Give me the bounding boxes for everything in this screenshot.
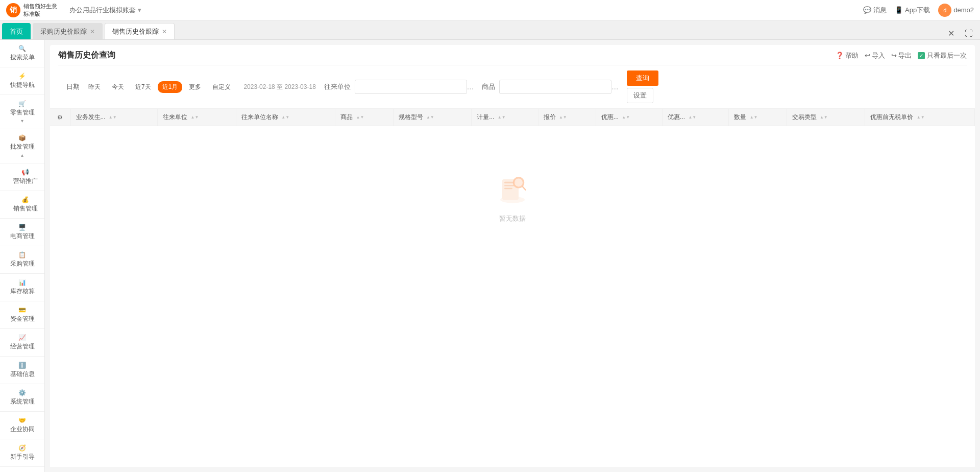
close-tab-btn[interactable]: ✕ — [945, 28, 958, 39]
partner-input[interactable] — [355, 80, 467, 94]
sidebar-item-guide[interactable]: 🧭 新手引导 — [0, 439, 44, 467]
partner-label: 往来单位 — [324, 82, 351, 91]
table-header-row: ⚙ 业务发生... ▲▼ 往来单位 ▲▼ 往来单位名称 ▲▼ — [50, 109, 975, 126]
sidebar-item-basic-info[interactable]: ℹ️ 基础信息 — [0, 357, 44, 384]
sort-icon-partner-name: ▲▼ — [281, 115, 289, 120]
th-spec[interactable]: 规格型号 ▲▼ — [393, 109, 472, 126]
page-header: 销售历史价查询 ❓ 帮助 ↩ 导入 ↪ 导出 ✓ — [50, 45, 975, 108]
maximize-btn[interactable]: ⛶ — [962, 28, 976, 39]
help-icon: ❓ — [836, 52, 844, 59]
th-unit[interactable]: 计量... ▲▼ — [472, 109, 538, 126]
sidebar-item-marketing[interactable]: 📢 营销推广 — [0, 163, 44, 191]
settings-button[interactable]: 设置 — [627, 88, 653, 103]
import-icon: ↩ — [865, 52, 870, 59]
logo-area: 销 销售额好生意 标准版 — [6, 3, 57, 17]
date-tab-1month[interactable]: 近1月 — [158, 81, 183, 93]
date-tab-more[interactable]: 更多 — [184, 81, 206, 93]
sidebar-item-search[interactable]: 🔍 搜索菜单 — [0, 40, 44, 67]
system-icon: ⚙️ — [18, 389, 26, 396]
message-btn[interactable]: 💬 消息 — [863, 6, 887, 15]
date-tab-7days[interactable]: 近7天 — [131, 81, 156, 93]
page-header-top: 销售历史价查询 ❓ 帮助 ↩ 导入 ↪ 导出 ✓ — [58, 50, 967, 65]
sort-icon-partner-code: ▲▼ — [191, 115, 199, 120]
content-area: 销售历史价查询 ❓ 帮助 ↩ 导入 ↪ 导出 ✓ — [45, 40, 980, 472]
data-table: ⚙ 业务发生... ▲▼ 往来单位 ▲▼ 往来单位名称 ▲▼ — [50, 109, 975, 126]
th-trade-type[interactable]: 交易类型 ▲▼ — [787, 109, 865, 126]
dropdown-icon[interactable]: ▾ — [138, 6, 141, 14]
app-download-btn[interactable]: 📱 App下载 — [895, 6, 930, 15]
sort-icon-trade-type: ▲▼ — [820, 115, 828, 120]
product-input[interactable] — [499, 80, 611, 94]
sales-mgmt-icon: 💰 — [21, 196, 29, 203]
logo-text: 销售额好生意 标准版 — [23, 3, 57, 17]
tab-close-purchase[interactable]: ✕ — [90, 28, 95, 35]
product-input-area: ... — [499, 80, 618, 94]
product-label: 商品 — [482, 82, 495, 91]
export-btn[interactable]: ↪ 导出 — [891, 51, 912, 60]
svg-rect-3 — [504, 185, 514, 186]
th-discount1[interactable]: 优惠... ▲▼ — [596, 109, 662, 126]
product-dots-icon[interactable]: ... — [611, 82, 618, 91]
date-range: 2023-02-18 至 2023-03-18 — [243, 83, 315, 91]
settings-gear-icon[interactable]: ⚙ — [57, 114, 63, 121]
date-tab-yesterday[interactable]: 昨天 — [84, 81, 105, 93]
sidebar-item-system[interactable]: ⚙️ 系统管理 — [0, 384, 44, 412]
inventory-icon: 📊 — [18, 279, 26, 286]
sidebar-item-operations[interactable]: 📈 经营管理 — [0, 329, 44, 357]
wholesale-arrow-icon: ▴ — [21, 152, 23, 158]
product-filter-group: 商品 ... — [482, 80, 618, 94]
th-partner-name[interactable]: 往来单位名称 ▲▼ — [236, 109, 335, 126]
logo-icon: 销 — [6, 3, 20, 17]
empty-text: 暂无数据 — [499, 214, 526, 223]
empty-state: 暂无数据 — [50, 126, 975, 264]
empty-illustration — [492, 167, 533, 208]
th-partner-code[interactable]: 往来单位 ▲▼ — [158, 109, 236, 126]
export-icon: ↪ — [891, 52, 897, 59]
th-product[interactable]: 商品 ▲▼ — [335, 109, 393, 126]
sidebar-item-inventory[interactable]: 📊 库存核算 — [0, 274, 44, 301]
sidebar-item-quick-nav[interactable]: ⚡ 快捷导航 — [0, 67, 44, 95]
checkbox-icon: ✓ — [918, 52, 925, 59]
svg-line-7 — [522, 186, 525, 190]
tab-close-sales[interactable]: ✕ — [162, 28, 167, 35]
th-biz-date[interactable]: 业务发生... ▲▼ — [70, 109, 158, 126]
sort-icon-quote: ▲▼ — [559, 115, 567, 120]
th-qty[interactable]: 数量 ▲▼ — [729, 109, 787, 126]
sidebar-item-enterprise[interactable]: 🤝 企业协同 — [0, 412, 44, 439]
sort-icon-qty: ▲▼ — [750, 115, 758, 120]
partner-filter-group: 往来单位 ... — [324, 80, 474, 94]
tab-home[interactable]: 首页 — [2, 23, 31, 39]
svg-point-6 — [514, 178, 523, 186]
only-last-checkbox[interactable]: ✓ 只看最后一次 — [918, 51, 967, 60]
query-button[interactable]: 查询 — [627, 70, 658, 86]
sort-icon-discount2: ▲▼ — [688, 115, 696, 120]
import-btn[interactable]: ↩ 导入 — [865, 51, 885, 60]
search-icon: 🔍 — [18, 45, 26, 52]
sidebar-item-ecommerce[interactable]: 🖥️ 电商管理 — [0, 219, 44, 246]
th-quote[interactable]: 报价 ▲▼ — [538, 109, 596, 126]
topbar-title: 办公用品行业模拟账套 ▾ — [69, 6, 141, 15]
help-btn[interactable]: ❓ 帮助 — [836, 51, 859, 60]
topbar-right: 💬 消息 📱 App下载 d demo2 — [863, 4, 974, 17]
date-tab-today[interactable]: 今天 — [107, 81, 129, 93]
partner-dots-icon[interactable]: ... — [467, 82, 474, 91]
message-icon: 💬 — [863, 6, 871, 14]
table-head: ⚙ 业务发生... ▲▼ 往来单位 ▲▼ 往来单位名称 ▲▼ — [50, 109, 975, 126]
sidebar-item-retail[interactable]: 🛒 零售管理 ▾ — [0, 95, 44, 129]
finance-icon: 💳 — [18, 306, 26, 314]
sidebar-item-purchase[interactable]: 📋 采购管理 — [0, 246, 44, 274]
sidebar-item-app-center[interactable]: 📱 应用中心 — [0, 467, 44, 472]
sidebar-item-wholesale[interactable]: 📦 批发管理 ▴ — [0, 129, 44, 163]
th-pre-tax-price[interactable]: 优惠前无税单价 ▲▼ — [865, 109, 975, 126]
enterprise-icon: 🤝 — [18, 417, 26, 424]
table-container: ⚙ 业务发生... ▲▼ 往来单位 ▲▼ 往来单位名称 ▲▼ — [50, 108, 975, 467]
sidebar-item-finance[interactable]: 💳 资金管理 — [0, 301, 44, 329]
th-discount2[interactable]: 优惠... ▲▼ — [663, 109, 729, 126]
date-tab-custom[interactable]: 自定义 — [208, 81, 235, 93]
tab-sales-history[interactable]: 销售历史价跟踪 ✕ — [105, 23, 175, 39]
tab-purchase-history[interactable]: 采购历史价跟踪 ✕ — [33, 23, 103, 39]
user-menu[interactable]: d demo2 — [938, 4, 974, 17]
sidebar-item-sales-mgmt[interactable]: 💰 销售管理 — [0, 191, 44, 219]
th-settings[interactable]: ⚙ — [50, 109, 70, 126]
marketing-icon: 📢 — [21, 169, 29, 176]
